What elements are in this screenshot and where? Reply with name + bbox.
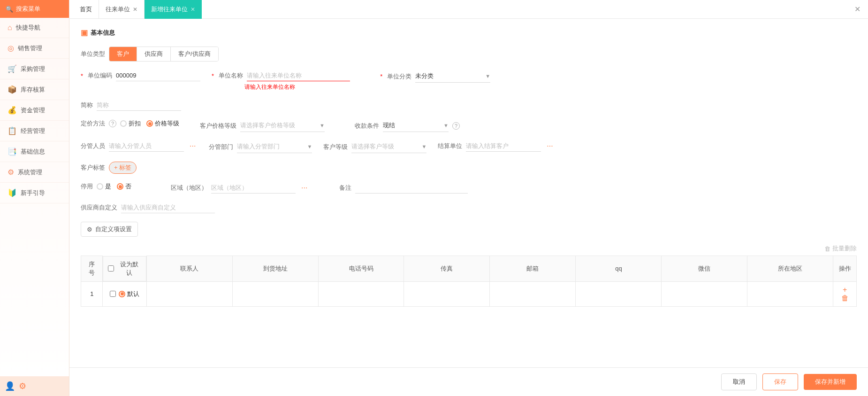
unit-code-field: * 单位编码	[81, 70, 200, 81]
table-row: 1 默认	[81, 281, 857, 306]
remark-field: 备注	[339, 182, 468, 194]
tab-home[interactable]: 首页	[73, 0, 99, 19]
customer-price-level-arrow: ▼	[320, 123, 325, 128]
customer-level-select[interactable]: 请选择客户等级 ▼	[351, 140, 426, 153]
custom-settings-button[interactable]: ⚙ 自定义项设置	[81, 222, 138, 237]
row-checkbox[interactable]	[110, 291, 116, 297]
unit-category-select[interactable]: 未分类 ▼	[415, 70, 490, 83]
unit-info-row: * 单位编码 * 单位名称 请输入往来单位名称 * 单位分类 未分类 ▼	[81, 70, 857, 91]
short-name-input[interactable]	[97, 100, 181, 111]
row-default-radio[interactable]	[119, 291, 125, 297]
unit-name-label: 单位名称	[219, 71, 243, 80]
search-menu[interactable]: 🔍 搜索菜单	[0, 0, 69, 18]
disable-no-radio[interactable]	[117, 183, 123, 190]
row-contact[interactable]	[146, 281, 232, 306]
pricing-level[interactable]: 价格等级	[146, 119, 179, 128]
customer-price-level-select[interactable]: 请选择客户价格等级 ▼	[240, 119, 325, 132]
pricing-level-radio[interactable]	[146, 120, 153, 127]
tab-new-partner-close[interactable]: ✕	[190, 6, 195, 13]
sidebar-item-basic[interactable]: 📑 基础信息	[0, 141, 69, 162]
cancel-button[interactable]: 取消	[721, 373, 757, 390]
payment-terms-select[interactable]: 现结 ▼	[383, 119, 449, 132]
col-email: 邮箱	[490, 256, 576, 282]
unit-category-field: * 单位分类 未分类 ▼	[380, 70, 490, 83]
add-tag-button[interactable]: + 标签	[109, 162, 137, 174]
manager-more-btn[interactable]: ···	[188, 142, 198, 150]
row-email-input[interactable]	[495, 290, 571, 297]
tab-new-partner[interactable]: 新增往来单位 ✕	[145, 0, 202, 19]
row-qq-input[interactable]	[580, 290, 656, 297]
contacts-table: 序号 设为默认 联系人 到货地址 电话号码 传真 邮箱 qq 微信 所在地区 操…	[81, 256, 857, 307]
row-wechat-input[interactable]	[666, 290, 742, 297]
row-address-input[interactable]	[237, 290, 313, 297]
row-phone-input[interactable]	[323, 290, 399, 297]
region-input[interactable]	[211, 182, 296, 194]
row-phone[interactable]	[318, 281, 404, 306]
disable-yes[interactable]: 是	[97, 182, 111, 191]
unit-code-label: 单位编码	[88, 71, 112, 80]
manager-input[interactable]	[109, 140, 184, 152]
sidebar-item-purchase[interactable]: 🛒 采购管理	[0, 59, 69, 79]
payment-terms-field: 收款条件 现结 ▼ ?	[355, 119, 460, 132]
sidebar-item-inventory[interactable]: 📦 库存核算	[0, 79, 69, 100]
close-all-tabs[interactable]: ✕	[851, 3, 864, 16]
sidebar-item-sales[interactable]: ◎ 销售管理	[0, 38, 69, 59]
system-icon: ⚙	[8, 168, 14, 177]
disable-field: 停用 是 否	[81, 182, 131, 191]
row-add-btn[interactable]: +	[843, 286, 847, 294]
inventory-icon: 📦	[8, 85, 17, 94]
disable-yes-radio[interactable]	[97, 183, 103, 190]
disable-label: 停用	[81, 182, 93, 191]
sidebar-item-guide[interactable]: 🔰 新手引导	[0, 183, 69, 203]
row-fax[interactable]	[404, 281, 490, 306]
batch-delete-label[interactable]: 批量删除	[832, 244, 857, 253]
remark-input[interactable]	[355, 182, 468, 194]
row-delete-btn[interactable]: 🗑	[841, 294, 849, 303]
unit-type-label: 单位类型	[81, 50, 105, 58]
row-email[interactable]	[490, 281, 576, 306]
col-action: 操作	[833, 256, 857, 282]
settlement-unit-more-btn[interactable]: ···	[545, 142, 555, 150]
search-icon: 🔍	[6, 6, 13, 13]
disable-radio-group: 是 否	[97, 182, 131, 191]
tab-partners-close[interactable]: ✕	[133, 6, 137, 13]
row-qq[interactable]	[576, 281, 662, 306]
select-all-checkbox[interactable]	[108, 265, 114, 272]
finance-icon: 💰	[8, 106, 17, 115]
unit-type-field: 单位类型 客户 供应商 客户/供应商	[81, 47, 219, 62]
unit-code-input[interactable]	[116, 70, 200, 81]
payment-terms-help-icon[interactable]: ?	[452, 122, 460, 130]
department-select[interactable]: 请输入分管部门 ▼	[237, 140, 312, 153]
row-wechat[interactable]	[662, 281, 747, 306]
pricing-discount-radio[interactable]	[120, 120, 127, 127]
unit-name-input[interactable]	[247, 70, 350, 81]
tab-partners[interactable]: 往来单位 ✕	[99, 0, 145, 19]
unit-type-customer[interactable]: 客户	[109, 47, 137, 61]
save-new-button[interactable]: 保存并新增	[804, 374, 857, 390]
row-fax-input[interactable]	[409, 290, 485, 297]
customer-tag-row: 客户标签 + 标签	[81, 162, 857, 174]
disable-no[interactable]: 否	[117, 182, 131, 191]
sidebar-item-quick-nav[interactable]: ⌂ 快捷导航	[0, 18, 69, 38]
region-more-btn[interactable]: ···	[299, 184, 309, 192]
pricing-discount[interactable]: 折扣	[120, 119, 141, 128]
save-button[interactable]: 保存	[762, 373, 798, 390]
supplier-custom-input[interactable]	[121, 202, 215, 213]
unit-type-both[interactable]: 客户/供应商	[170, 47, 218, 61]
pricing-help-icon[interactable]: ?	[109, 120, 116, 127]
settlement-unit-input[interactable]	[466, 140, 541, 152]
sidebar-item-finance[interactable]: 💰 资金管理	[0, 100, 69, 121]
col-default: 设为默认	[103, 256, 146, 281]
settlement-unit-field: 结算单位 ···	[438, 140, 555, 152]
disable-row: 停用 是 否 区域（地区） ··· 备注	[81, 182, 857, 194]
row-address[interactable]	[232, 281, 318, 306]
sidebar-item-operation[interactable]: 📋 经营管理	[0, 121, 69, 141]
pricing-method-label: 定价方法	[81, 119, 105, 128]
row-region[interactable]	[747, 281, 833, 306]
department-arrow: ▼	[307, 144, 312, 149]
row-contact-input[interactable]	[152, 290, 228, 297]
customer-tag-field: 客户标签 + 标签	[81, 162, 137, 174]
unit-type-supplier[interactable]: 供应商	[137, 47, 170, 61]
sidebar-item-system[interactable]: ⚙ 系统管理	[0, 162, 69, 183]
row-region-input[interactable]	[752, 290, 828, 297]
